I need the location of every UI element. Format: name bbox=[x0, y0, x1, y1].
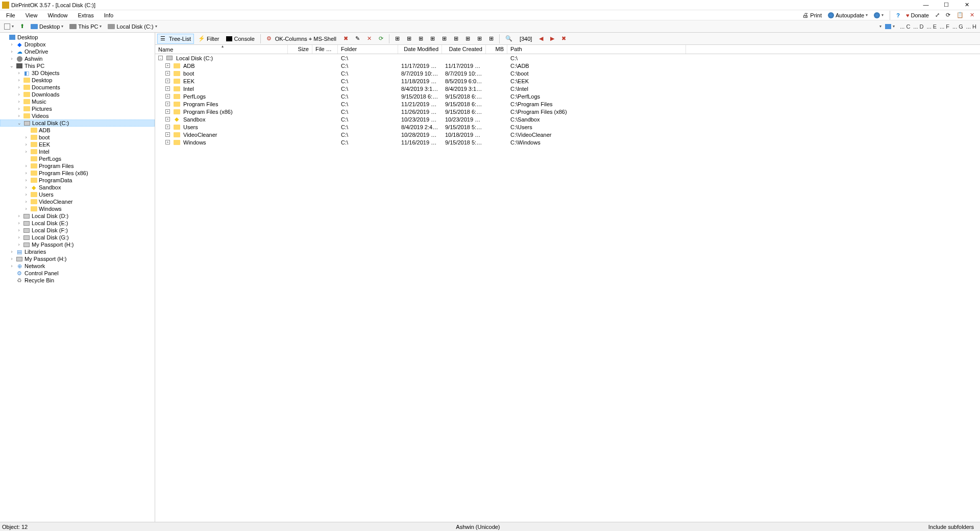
expand-toggle[interactable]: + bbox=[165, 71, 170, 76]
file-list[interactable]: -Local Disk (C:)C:\C:\+ADBC:\11/17/2019 … bbox=[155, 54, 980, 522]
tb-refresh[interactable]: ⟳ bbox=[376, 34, 386, 43]
tool-icon-3[interactable]: 📋 bbox=[955, 11, 965, 19]
folder-tree[interactable]: Desktop›◆Dropbox›☁OneDrive›Ashwin⌄This P… bbox=[0, 33, 155, 522]
tb-col-8[interactable]: ⊞ bbox=[474, 34, 485, 43]
drive-letter-button[interactable]: ... F bbox=[938, 23, 951, 30]
tree-toggle-icon[interactable]: › bbox=[16, 78, 21, 83]
tree-toggle-icon[interactable]: › bbox=[23, 163, 29, 168]
tree-item[interactable]: ⌄This PC bbox=[0, 62, 155, 69]
nav-pane-toggle[interactable]: ▾ bbox=[2, 23, 16, 30]
tree-item[interactable]: ›ProgramData bbox=[0, 177, 155, 184]
tree-item[interactable]: ⌄Local Disk (C:) bbox=[0, 119, 155, 127]
tree-item[interactable]: ›▤Libraries bbox=[0, 248, 155, 255]
tree-item[interactable]: ›Program Files (x86) bbox=[0, 170, 155, 177]
tree-item[interactable]: ›◧3D Objects bbox=[0, 69, 155, 77]
tree-toggle-icon[interactable]: › bbox=[9, 249, 14, 254]
tree-item[interactable]: ›My Passport (H:) bbox=[0, 241, 155, 248]
console-button[interactable]: Console bbox=[223, 34, 257, 43]
tree-toggle-icon[interactable]: › bbox=[16, 113, 21, 118]
header-folder[interactable]: Folder bbox=[338, 45, 398, 54]
tree-item[interactable]: ›Local Disk (F:) bbox=[0, 227, 155, 234]
tree-item[interactable]: ›Users bbox=[0, 191, 155, 198]
expand-toggle[interactable]: + bbox=[165, 117, 170, 122]
chevron-down-icon[interactable]: ▾ bbox=[879, 24, 881, 29]
status-include-subfolders[interactable]: Include subfolders bbox=[928, 524, 978, 530]
maximize-button[interactable]: ☐ bbox=[939, 2, 953, 8]
tree-toggle-icon[interactable]: ⌄ bbox=[9, 63, 14, 68]
help-button[interactable]: ? bbox=[895, 12, 901, 19]
expand-toggle[interactable]: + bbox=[165, 102, 170, 106]
tree-item[interactable]: ADB bbox=[0, 127, 155, 134]
tree-item[interactable]: ›Intel bbox=[0, 148, 155, 155]
tree-item[interactable]: ›Ashwin bbox=[0, 55, 155, 62]
language-button[interactable]: ▾ bbox=[872, 12, 885, 19]
tb-col-2[interactable]: ⊞ bbox=[404, 34, 414, 43]
tree-toggle-icon[interactable]: › bbox=[9, 56, 14, 61]
tb-col-1[interactable]: ⊞ bbox=[392, 34, 403, 43]
menu-info[interactable]: Info bbox=[100, 11, 117, 19]
tree-toggle-icon[interactable]: › bbox=[16, 85, 21, 90]
menu-file[interactable]: File bbox=[2, 11, 19, 19]
tb-col-6[interactable]: ⊞ bbox=[451, 34, 461, 43]
header-created[interactable]: Date Created bbox=[442, 45, 486, 54]
tree-toggle-icon[interactable]: › bbox=[16, 228, 21, 233]
tree-toggle-icon[interactable]: › bbox=[23, 192, 29, 197]
list-row[interactable]: +bootC:\8/7/2019 10:01:24 ...8/7/2019 10… bbox=[155, 69, 980, 77]
donate-button[interactable]: ♥Donate bbox=[904, 12, 930, 19]
autoupdate-button[interactable]: Autoupdate▾ bbox=[826, 12, 869, 19]
menu-window[interactable]: Window bbox=[43, 11, 71, 19]
tb-nav-right[interactable]: ▶ bbox=[547, 34, 557, 43]
tree-toggle-icon[interactable]: › bbox=[16, 106, 21, 111]
tree-toggle-icon[interactable]: › bbox=[9, 49, 14, 54]
minimize-button[interactable]: — bbox=[919, 2, 933, 8]
tree-item[interactable]: PerfLogs bbox=[0, 155, 155, 162]
tree-toggle-icon[interactable]: › bbox=[23, 178, 29, 183]
nav-thispc[interactable]: This PC▾ bbox=[67, 23, 104, 30]
list-row[interactable]: +EEKC:\11/18/2019 3:10:09...8/5/2019 6:0… bbox=[155, 77, 980, 85]
list-row[interactable]: +VideoCleanerC:\10/28/2019 3:09:45...10/… bbox=[155, 131, 980, 138]
list-row[interactable]: +IntelC:\8/4/2019 3:14:23 PM8/4/2019 3:1… bbox=[155, 85, 980, 92]
header-mb[interactable]: MB bbox=[486, 45, 507, 54]
tree-toggle-icon[interactable]: › bbox=[23, 135, 29, 140]
list-row[interactable]: +UsersC:\8/4/2019 2:44:02 PM9/15/2018 5:… bbox=[155, 123, 980, 131]
expand-toggle[interactable]: + bbox=[165, 79, 170, 83]
list-row[interactable]: +Program FilesC:\11/21/2019 12:30:3...9/… bbox=[155, 100, 980, 108]
tree-item[interactable]: ›Local Disk (E:) bbox=[0, 220, 155, 227]
expand-toggle[interactable]: + bbox=[165, 63, 170, 68]
tree-toggle-icon[interactable]: › bbox=[23, 149, 29, 154]
tb-stop[interactable]: ✖ bbox=[558, 34, 569, 43]
list-row[interactable]: +WindowsC:\11/16/2019 1:43:43...9/15/201… bbox=[155, 138, 980, 146]
header-path[interactable]: Path bbox=[507, 45, 686, 54]
tree-item[interactable]: ›Program Files bbox=[0, 162, 155, 170]
tree-item[interactable]: ›Desktop bbox=[0, 77, 155, 84]
tree-item[interactable]: ›VideoCleaner bbox=[0, 198, 155, 205]
tree-toggle-icon[interactable]: › bbox=[16, 70, 21, 76]
tb-col-4[interactable]: ⊞ bbox=[427, 34, 438, 43]
header-modified[interactable]: Date Modified bbox=[398, 45, 442, 54]
tb-col-7[interactable]: ⊞ bbox=[462, 34, 473, 43]
list-row[interactable]: +ADBC:\11/17/2019 2:35:45...11/17/2019 2… bbox=[155, 62, 980, 69]
tree-item[interactable]: Desktop bbox=[0, 34, 155, 41]
tb-col-9[interactable]: ⊞ bbox=[486, 34, 497, 43]
tree-item[interactable]: ›Windows bbox=[0, 205, 155, 212]
tree-toggle-icon[interactable]: › bbox=[16, 213, 21, 219]
drive-letter-button[interactable]: ... G bbox=[951, 23, 965, 30]
tb-delete[interactable]: ✕ bbox=[364, 34, 375, 43]
tree-item[interactable]: ›Downloads bbox=[0, 91, 155, 98]
header-size[interactable]: Size bbox=[288, 45, 312, 54]
tree-item[interactable]: ›EEK bbox=[0, 141, 155, 148]
tree-toggle-icon[interactable]: › bbox=[23, 199, 29, 204]
drive-letter-button[interactable]: ... E bbox=[925, 23, 939, 30]
expand-toggle[interactable]: + bbox=[165, 132, 170, 137]
tree-item[interactable]: ›Pictures bbox=[0, 105, 155, 112]
list-row[interactable]: +◆SandboxC:\10/23/2019 1:17:21...10/23/2… bbox=[155, 115, 980, 123]
view-mode-button[interactable]: ▾ bbox=[883, 23, 897, 30]
tree-toggle-icon[interactable]: › bbox=[23, 142, 29, 147]
expand-toggle[interactable]: - bbox=[158, 56, 163, 60]
tb-action-1[interactable]: ✖ bbox=[340, 34, 351, 43]
tree-item[interactable]: ›◆Dropbox bbox=[0, 41, 155, 48]
list-row[interactable]: -Local Disk (C:)C:\C:\ bbox=[155, 54, 980, 62]
tree-item[interactable]: ⚙Control Panel bbox=[0, 270, 155, 277]
treelist-button[interactable]: ☰Tree-List bbox=[157, 34, 194, 44]
expand-toggle[interactable]: + bbox=[165, 109, 170, 114]
